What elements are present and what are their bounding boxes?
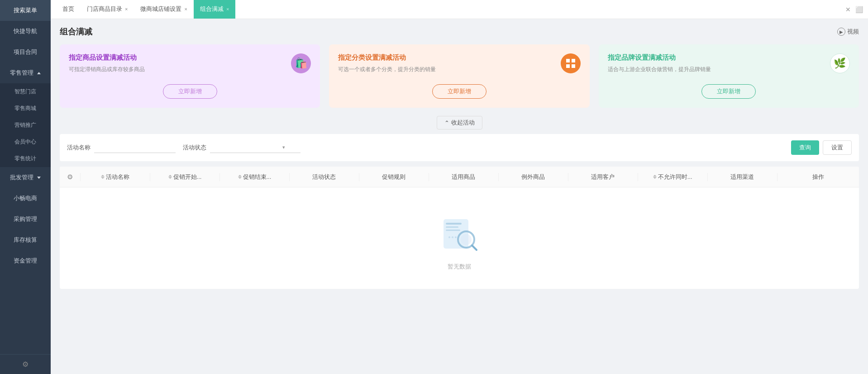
sidebar-item-label: 小畅电商 — [14, 195, 37, 201]
svg-point-12 — [452, 236, 453, 238]
svg-rect-5 — [446, 223, 462, 225]
svg-point-11 — [448, 236, 450, 238]
product-card-desc: 可指定滞销商品或库存较多商品 — [69, 66, 311, 73]
svg-point-9 — [461, 234, 472, 245]
sidebar-search[interactable]: 搜索菜单 — [0, 0, 51, 21]
sort-arrows-promo-start[interactable] — [168, 175, 172, 179]
activity-status-select-wrapper: ▾ — [210, 142, 300, 153]
category-card-title: 指定分类设置满减活动 — [338, 53, 580, 62]
sort-down-icon — [101, 177, 105, 179]
product-card-btn[interactable]: 立即新增 — [163, 84, 217, 99]
tab-combo-discount[interactable]: 组合满减 × — [194, 0, 235, 19]
sidebar-item-label: 零售管理 — [10, 69, 33, 76]
brand-card-icon: 🌿 — [830, 53, 850, 73]
tab-home[interactable]: 首页 — [56, 0, 81, 19]
empty-text: 暂无数据 — [60, 263, 859, 271]
sidebar-item-label: 采购管理 — [14, 216, 37, 222]
page-body: 组合满减 ▶ 视频 指定商品设置满减活动 可指定滞销商品或库存较多商品 🛍️ 立… — [51, 19, 868, 374]
category-card-icon — [561, 53, 581, 73]
sidebar-item-xpc-ecommerce[interactable]: 小畅电商 — [0, 188, 51, 209]
svg-rect-6 — [446, 226, 458, 228]
th-settings: ⚙ — [60, 173, 81, 181]
svg-rect-1 — [572, 59, 575, 62]
sidebar-item-label: 快捷导航 — [14, 28, 37, 34]
tab-wechat-store-settings[interactable]: 微商城店铺设置 × — [134, 0, 193, 19]
svg-rect-7 — [446, 230, 460, 231]
sidebar-item-smart-store[interactable]: 智慧门店 — [0, 83, 51, 100]
page-title: 组合满减 — [60, 26, 92, 37]
table-wrapper: ⚙ 活动名称 促销开始... — [60, 167, 859, 289]
sort-down-icon — [653, 177, 657, 179]
chevron-down-icon: ▾ — [282, 144, 285, 150]
search-actions: 查询 设置 — [791, 140, 852, 155]
sidebar-item-project-contract[interactable]: 项目合同 — [0, 42, 51, 62]
sidebar-item-quick-nav[interactable]: 快捷导航 — [0, 21, 51, 42]
brand-card-btn[interactable]: 立即新增 — [701, 84, 756, 99]
window-maximize-btn[interactable]: ⬜ — [855, 6, 863, 13]
th-promo-start: 促销开始... — [150, 173, 220, 181]
collapse-bar: ⌃ 收起活动 — [60, 113, 859, 134]
window-controls: ✕ ⬜ — [844, 6, 863, 13]
sort-arrows-activity-name[interactable] — [101, 175, 105, 179]
th-applicable-customer: 适用客户 — [568, 173, 638, 181]
sidebar-item-label: 库存核算 — [14, 236, 37, 243]
sidebar-item-retail-stats[interactable]: 零售统计 — [0, 150, 51, 167]
product-card-title: 指定商品设置满减活动 — [69, 53, 311, 62]
collapse-icon: ⌃ — [444, 120, 449, 126]
sidebar-item-purchase-mgmt[interactable]: 采购管理 — [0, 209, 51, 230]
sidebar-sub-retail: 智慧门店 零售商城 营销推广 会员中心 零售统计 — [0, 83, 51, 167]
sidebar-item-member-center[interactable]: 会员中心 — [0, 134, 51, 150]
video-link[interactable]: ▶ 视频 — [837, 28, 859, 36]
tab-close-store-catalog[interactable]: × — [125, 6, 128, 12]
tab-close-wechat-store-settings[interactable]: × — [184, 6, 187, 12]
th-no-concurrent: 不允许同时... — [638, 173, 708, 181]
sidebar-item-label: 批发管理 — [10, 174, 33, 181]
brand-card-desc: 适合与上游企业联合做营销，提升品牌销量 — [608, 66, 850, 73]
th-exception-goods: 例外商品 — [499, 173, 568, 181]
sort-up-icon — [101, 175, 105, 177]
empty-illustration — [437, 215, 482, 255]
activity-name-input[interactable] — [94, 142, 176, 153]
sidebar-item-label: 会员中心 — [14, 139, 36, 145]
sidebar-item-retail-mgmt[interactable]: 零售管理 — [0, 62, 51, 83]
sidebar-item-label: 项目合同 — [14, 48, 37, 55]
sidebar-item-label: 智慧门店 — [14, 88, 36, 95]
svg-point-13 — [455, 236, 457, 238]
brand-card-title: 指定品牌设置满减活动 — [608, 53, 850, 62]
cards-row: 指定商品设置满减活动 可指定滞销商品或库存较多商品 🛍️ 立即新增 指定分类设置… — [60, 44, 859, 108]
table-settings-icon[interactable]: ⚙ — [67, 173, 73, 181]
category-card-btn[interactable]: 立即新增 — [432, 84, 486, 99]
page-header: 组合满减 ▶ 视频 — [60, 26, 859, 37]
sidebar-item-inventory-calc[interactable]: 库存核算 — [0, 230, 51, 250]
tab-close-combo-discount[interactable]: × — [226, 6, 229, 12]
brand-card: 指定品牌设置满减活动 适合与上游企业联合做营销，提升品牌销量 🌿 立即新增 — [599, 44, 859, 108]
svg-rect-3 — [572, 64, 575, 68]
activity-status-input[interactable] — [210, 142, 282, 153]
sidebar-settings-btn[interactable]: ⚙ — [0, 354, 51, 374]
svg-rect-2 — [566, 64, 570, 68]
query-button[interactable]: 查询 — [791, 140, 819, 155]
th-applicable-goods: 适用商品 — [429, 173, 499, 181]
sidebar-item-wholesale-mgmt[interactable]: 批发管理 — [0, 167, 51, 188]
sidebar-item-marketing[interactable]: 营销推广 — [0, 117, 51, 134]
search-label: 搜索菜单 — [14, 7, 37, 14]
sort-down-icon — [168, 177, 172, 179]
tabs: 首页 门店商品目录 × 微商城店铺设置 × 组合满减 × — [56, 0, 235, 19]
sidebar-item-label: 资金管理 — [14, 257, 37, 264]
window-close-btn[interactable]: ✕ — [844, 6, 852, 13]
collapse-activities-btn[interactable]: ⌃ 收起活动 — [437, 116, 482, 129]
sort-up-icon — [238, 175, 242, 177]
tab-store-catalog[interactable]: 门店商品目录 × — [81, 0, 134, 19]
sort-up-icon — [653, 175, 657, 177]
sidebar-item-finance-mgmt[interactable]: 资金管理 — [0, 250, 51, 271]
svg-rect-0 — [566, 59, 570, 62]
th-promo-end: 促销结束... — [220, 173, 290, 181]
th-activity-status: 活动状态 — [290, 173, 359, 181]
product-card: 指定商品设置满减活动 可指定滞销商品或库存较多商品 🛍️ 立即新增 — [60, 44, 320, 108]
sidebar-item-retail-mall[interactable]: 零售商城 — [0, 100, 51, 117]
sort-up-icon — [168, 175, 172, 177]
sort-arrows-promo-end[interactable] — [238, 175, 242, 179]
settings-button[interactable]: 设置 — [823, 140, 852, 155]
sort-arrows-no-concurrent[interactable] — [653, 175, 657, 179]
svg-line-10 — [472, 245, 477, 250]
